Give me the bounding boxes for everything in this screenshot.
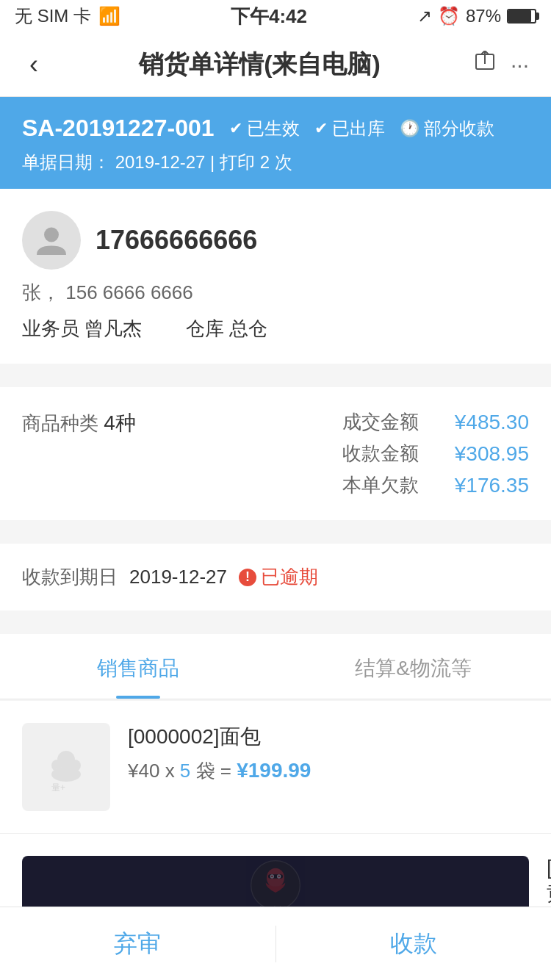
badge-shipped: ✔ 已出库: [314, 117, 385, 140]
wifi-icon: 📶: [98, 6, 120, 26]
customer-meta: 业务员 曾凡杰 仓库 总仓: [22, 316, 529, 342]
product-info-1: [0000002]面包 ¥40 x 5 袋 = ¥199.99: [128, 723, 529, 811]
separator-2: [0, 532, 551, 544]
svg-text:量+: 量+: [51, 782, 65, 793]
clock-icon: 🕐: [400, 119, 419, 138]
cancel-button[interactable]: 弃审: [0, 907, 276, 980]
received-amount: 收款金额 ¥308.95: [342, 441, 529, 466]
salesperson-info: 业务员 曾凡杰: [22, 316, 142, 342]
product-thumbnail-1: 量+: [22, 723, 110, 811]
list-item: 量+ [0000002]面包 ¥40 x 5 袋 = ¥199.99: [0, 701, 551, 834]
avatar: [22, 211, 81, 270]
warehouse-info: 仓库 总仓: [186, 316, 267, 342]
tab-settlement[interactable]: 结算&物流等: [276, 634, 551, 699]
product-price-1: ¥40 x 5 袋 = ¥199.99: [128, 758, 529, 784]
overdue-icon: !: [239, 569, 256, 586]
summary-card: 商品种类 4种 成交金额 ¥485.30 收款金额 ¥308.95 本单欠款 ¥…: [0, 387, 551, 520]
carrier-label: 无 SIM 卡: [15, 4, 91, 28]
due-date-label: 收款到期日: [22, 564, 118, 590]
alarm-icon: ⏰: [438, 6, 460, 26]
customer-card: 17666666666 张， 156 6666 6666 业务员 曾凡杰 仓库 …: [0, 189, 551, 364]
svg-point-15: [278, 876, 280, 878]
customer-info: 张， 156 6666 6666: [22, 280, 529, 306]
order-date: 单据日期： 2019-12-27 | 打印 2 次: [22, 151, 529, 174]
check-icon-2: ✔: [314, 119, 328, 138]
badge-partial-payment: 🕐 部分收款: [400, 117, 494, 140]
due-date-value: 2019-12-27: [129, 566, 227, 588]
confirm-button[interactable]: 收款: [276, 907, 552, 980]
overdue-badge: ! 已逾期: [239, 564, 318, 590]
order-header: SA-20191227-001 ✔ 已生效 ✔ 已出库 🕐 部分收款 单据日期：…: [0, 97, 551, 189]
status-bar: 无 SIM 卡 📶 下午4:42 ↗ ⏰ 87%: [0, 0, 551, 32]
product-type-info: 商品种类 4种: [22, 409, 136, 437]
bottom-bar: 弃审 收款: [0, 907, 551, 980]
deal-amount: 成交金额 ¥485.30: [342, 409, 529, 435]
back-button[interactable]: ‹: [22, 42, 46, 87]
order-id: SA-20191227-001: [22, 115, 215, 142]
status-left: 无 SIM 卡 📶: [15, 4, 120, 28]
summary-row: 商品种类 4种 成交金额 ¥485.30 收款金额 ¥308.95 本单欠款 ¥…: [22, 409, 529, 498]
customer-phone: 17666666666: [96, 225, 257, 256]
order-header-top: SA-20191227-001 ✔ 已生效 ✔ 已出库 🕐 部分收款: [22, 115, 529, 142]
amount-info: 成交金额 ¥485.30 收款金额 ¥308.95 本单欠款 ¥176.35: [342, 409, 529, 498]
more-button[interactable]: ···: [511, 52, 529, 77]
badge-effective: ✔ 已生效: [229, 117, 300, 140]
tab-products[interactable]: 销售商品: [0, 634, 276, 699]
product-thumbnail-2: diamond whate: [22, 856, 529, 915]
nav-actions: ···: [474, 51, 529, 78]
product-name-1: [0000002]面包: [128, 723, 529, 751]
time-label: 下午4:42: [231, 4, 307, 29]
nav-bar: ‹ 销货单详情(来自电脑) ···: [0, 32, 551, 97]
status-right: ↗ ⏰ 87%: [417, 6, 536, 26]
debt-amount: 本单欠款 ¥176.35: [342, 472, 529, 498]
customer-top: 17666666666: [22, 211, 529, 270]
battery-icon: [507, 9, 536, 24]
separator-1: [0, 375, 551, 387]
location-icon: ↗: [417, 6, 432, 26]
separator-3: [0, 622, 551, 634]
overdue-text: 已逾期: [261, 564, 318, 590]
page-title: 销货单详情(来自电脑): [139, 48, 381, 82]
product-name-2: [000400001]黄油曲奇: [547, 856, 551, 907]
svg-point-14: [271, 876, 273, 878]
battery-label: 87%: [466, 6, 501, 26]
due-date-card: 收款到期日 2019-12-27 ! 已逾期: [0, 544, 551, 610]
svg-point-6: [51, 767, 81, 782]
share-button[interactable]: [474, 51, 496, 78]
svg-point-2: [44, 228, 59, 242]
check-icon-1: ✔: [229, 119, 242, 138]
tabs: 销售商品 结算&物流等: [0, 634, 551, 699]
